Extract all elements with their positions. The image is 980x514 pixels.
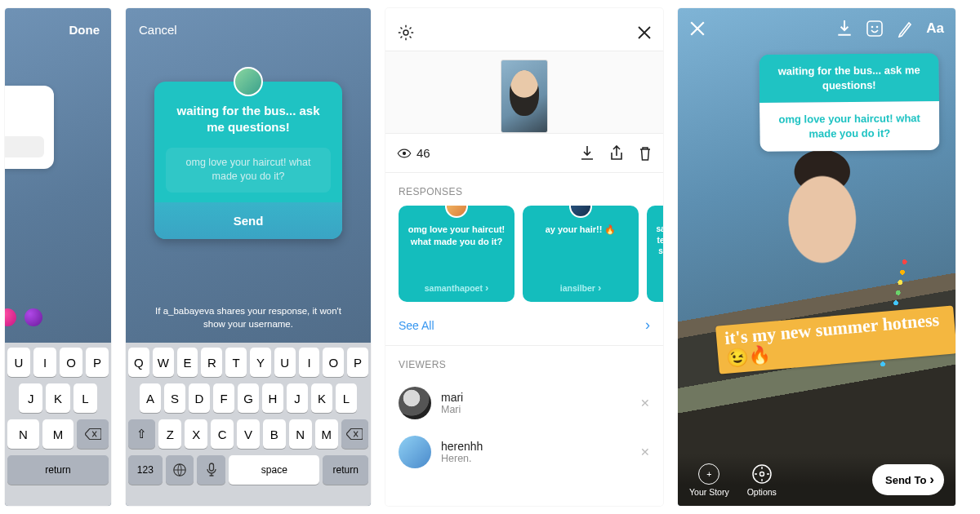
key[interactable]: D — [189, 383, 210, 413]
options-circle-icon — [751, 463, 773, 485]
key[interactable]: B — [263, 419, 286, 449]
key[interactable]: H — [262, 383, 283, 413]
question-response-sticker[interactable]: waiting for the bus... ask me questions!… — [759, 53, 939, 152]
key[interactable]: E — [177, 348, 198, 377]
key[interactable]: T — [225, 348, 247, 377]
response-card[interactable]: ay your hair!! 🔥 iansilber — [523, 206, 639, 302]
responder-username[interactable]: iansilber — [560, 281, 602, 294]
settings-icon[interactable] — [397, 24, 415, 42]
key[interactable]: A — [140, 383, 161, 413]
your-story-button[interactable]: + Your Story — [689, 463, 729, 497]
responder-username[interactable]: samanthapoet — [425, 281, 489, 294]
story-thumbnail[interactable] — [501, 60, 548, 133]
key[interactable]: Q — [128, 348, 149, 377]
send-button[interactable]: Send — [154, 202, 342, 239]
key[interactable]: M — [315, 419, 338, 449]
text-tool-icon[interactable]: Aa — [926, 20, 944, 37]
key[interactable]: L — [336, 383, 357, 413]
remove-viewer-icon[interactable]: ✕ — [640, 445, 650, 459]
cancel-button[interactable]: Cancel — [139, 23, 177, 37]
space-key[interactable]: space — [229, 455, 319, 485]
key[interactable]: P — [86, 348, 109, 377]
key[interactable]: Z — [158, 419, 181, 449]
key[interactable]: M — [42, 419, 74, 449]
options-button[interactable]: Options — [747, 463, 777, 497]
numbers-key[interactable]: 123 — [128, 455, 163, 485]
download-icon[interactable] — [580, 145, 595, 162]
response-card[interactable]: omg love your haircut! what made you do … — [399, 206, 514, 302]
answer-input[interactable] — [5, 136, 44, 157]
key[interactable]: O — [323, 348, 344, 377]
viewer-row[interactable]: mari Mari ✕ — [385, 379, 663, 428]
svg-point-6 — [876, 26, 879, 29]
backspace-key[interactable] — [341, 419, 368, 449]
ios-keyboard[interactable]: UIOP JKL NM return — [5, 343, 111, 506]
key[interactable]: I — [299, 348, 320, 377]
options-label: Options — [747, 487, 777, 497]
color-swatch-pink[interactable] — [5, 308, 16, 326]
responses-header: RESPONSES — [385, 173, 663, 206]
sticker-icon[interactable] — [866, 20, 884, 38]
close-icon[interactable] — [637, 25, 652, 40]
key[interactable]: U — [274, 348, 296, 377]
close-icon[interactable] — [689, 20, 706, 37]
viewer-username: mari — [441, 391, 463, 404]
viewer-row[interactable]: herenhh Heren. ✕ — [385, 428, 663, 476]
question-sticker-partial[interactable]: bus... ons! — [5, 86, 54, 169]
key[interactable]: L — [74, 383, 97, 413]
key[interactable]: J — [19, 383, 42, 413]
svg-rect-4 — [867, 21, 882, 36]
key[interactable]: S — [164, 383, 185, 413]
mic-key[interactable] — [197, 455, 225, 485]
send-to-button[interactable]: Send To — [872, 464, 944, 495]
screen-2-reply-send: Cancel waiting for the bus... ask me que… — [126, 8, 371, 506]
answer-text[interactable]: omg love your haircut! what made you do … — [166, 148, 331, 193]
key[interactable]: K — [311, 383, 332, 413]
remove-viewer-icon[interactable]: ✕ — [640, 397, 650, 410]
backspace-key[interactable] — [77, 419, 109, 449]
key[interactable]: P — [347, 348, 368, 377]
key[interactable]: U — [7, 348, 30, 377]
key[interactable]: X — [185, 419, 207, 449]
done-button[interactable]: Done — [69, 23, 100, 37]
responses-scroller[interactable]: omg love your haircut! what made you do … — [385, 206, 663, 305]
editor-top-bar: Aa — [678, 20, 956, 38]
return-key[interactable]: return — [7, 455, 109, 485]
stats-bar: 46 — [385, 134, 663, 173]
key[interactable]: J — [287, 383, 308, 413]
see-all-label: See All — [399, 319, 434, 332]
key[interactable]: C — [211, 419, 234, 449]
key[interactable]: I — [33, 348, 56, 377]
see-all-button[interactable]: See All › — [385, 305, 663, 346]
return-key[interactable]: return — [323, 455, 368, 485]
view-count: 46 — [397, 146, 430, 160]
globe-key[interactable] — [166, 455, 194, 485]
key[interactable]: K — [46, 383, 69, 413]
response-card-partial[interactable]: sa te s — [647, 206, 663, 302]
ios-keyboard[interactable]: QWERTYUIOP ASDFGHJKL ⇧ ZXCVBNM 123 space… — [126, 343, 371, 506]
shift-key[interactable]: ⇧ — [128, 419, 155, 449]
share-icon[interactable] — [609, 145, 624, 162]
viewer-avatar — [399, 387, 431, 419]
viewer-avatar — [399, 436, 431, 468]
key[interactable]: Y — [250, 348, 271, 377]
responder-avatar — [569, 206, 592, 218]
key[interactable]: N — [7, 419, 39, 449]
view-count-value: 46 — [416, 146, 430, 160]
key[interactable]: O — [60, 348, 82, 377]
screen-3-story-insights: 46 RESPONSES omg love your haircut! what… — [385, 8, 663, 506]
key[interactable]: F — [213, 383, 234, 413]
key[interactable]: W — [153, 348, 174, 377]
key-row-2: ASDFGHJKL — [128, 383, 368, 413]
trash-icon[interactable] — [639, 145, 652, 162]
key[interactable]: V — [237, 419, 260, 449]
color-swatch-purple[interactable] — [24, 308, 42, 326]
draw-icon[interactable] — [897, 20, 913, 38]
key[interactable]: R — [201, 348, 222, 377]
top-bar — [385, 15, 663, 51]
chevron-right-icon: › — [645, 317, 650, 334]
download-icon[interactable] — [836, 20, 853, 38]
key[interactable]: G — [238, 383, 259, 413]
send-to-label: Send To — [885, 474, 926, 486]
key[interactable]: N — [289, 419, 312, 449]
